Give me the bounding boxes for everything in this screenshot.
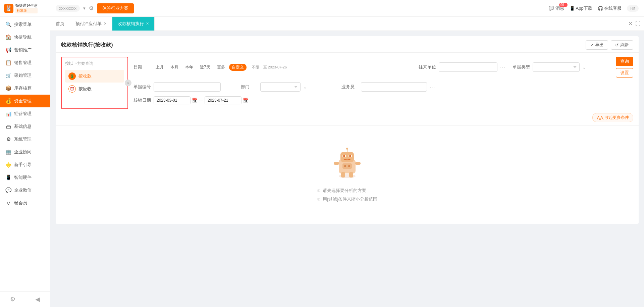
export-button[interactable]: ↗ 导出: [586, 40, 608, 50]
shortcut-last-month[interactable]: 上月: [153, 64, 166, 71]
collapse-more-button[interactable]: ⋀⋀ 收起更多条件: [592, 113, 633, 122]
verify-date-start-calendar[interactable]: 📅: [192, 98, 198, 103]
page-actions: ↗ 导出 ↺ 刷新: [586, 40, 633, 50]
shortcut-this-year[interactable]: 本年: [182, 64, 196, 71]
member-icon: V: [5, 200, 11, 206]
doc-num-label: 单据编号: [133, 84, 151, 90]
sidebar-item-search[interactable]: 🔍 搜索菜单: [0, 18, 50, 31]
date-label: 日期: [133, 64, 150, 70]
tab-close-all[interactable]: ✕: [628, 20, 633, 27]
sidebar-collapse-btn[interactable]: ◀: [33, 294, 43, 304]
main-content: xxxxxxxx ▾ ⚙ 休验行业方案 💬 消息 99+ 📱 App下载 🎧 在…: [50, 0, 644, 307]
doc-type-select[interactable]: [533, 62, 580, 72]
doc-type-dropdown[interactable]: ⌄: [582, 65, 587, 70]
sidebar-item-enterprise[interactable]: 🏢 企业协同: [0, 146, 50, 158]
shortcut-more[interactable]: 更多: [214, 64, 228, 71]
filter-panel: 按以下方案查询 💲 按收款 ⏰ 按应收 »: [56, 53, 639, 113]
shortcut-this-month[interactable]: 本月: [168, 64, 181, 71]
sales-icon: 📋: [5, 60, 11, 66]
shortcut-custom[interactable]: 自定义: [229, 64, 247, 71]
svg-point-14: [344, 165, 346, 167]
verify-date-end-input[interactable]: [205, 96, 241, 104]
tip-num-1: ①: [317, 189, 320, 193]
svg-rect-10: [349, 172, 353, 177]
sidebar-label-sales: 销售管理: [14, 60, 32, 66]
tip-text-1: 请先选择要分析的方案: [323, 188, 366, 193]
empty-state: ① 请先选择要分析的方案 ② 用[过滤]条件来缩小分析范围: [56, 126, 639, 224]
doc-num-input[interactable]: [154, 82, 221, 92]
staff-label: 业务员: [341, 84, 358, 90]
sidebar: 🐰 畅捷通好生意 标准版 🔍 搜索菜单🏠 快捷导航📢 营销推广📋 销售管理🛒 采…: [0, 0, 50, 307]
sidebar-label-operations: 经营管理: [14, 111, 32, 117]
receipt-icon: 💲: [68, 72, 76, 80]
sidebar-item-sales[interactable]: 📋 销售管理: [0, 56, 50, 69]
settings-button[interactable]: 设置: [616, 68, 633, 78]
date-separator: —: [199, 98, 203, 103]
gear-icon[interactable]: ⚙: [89, 5, 94, 11]
message-badge[interactable]: 💬 消息 99+: [549, 5, 564, 11]
date-limit: 至 2023-07-26: [263, 65, 287, 70]
verify-date-field: 核销日期 📅 — 📅: [133, 96, 633, 104]
solution-button[interactable]: 休验行业方案: [97, 3, 134, 13]
svg-point-12: [346, 148, 348, 150]
tab-receipt-verify[interactable]: 收款核销执行 ✕: [112, 17, 155, 31]
form-actions: 查询 设置: [606, 57, 633, 78]
shortcut-7days[interactable]: 近7天: [197, 64, 213, 71]
dropdown-arrow[interactable]: ▾: [83, 6, 86, 11]
sidebar-item-operations[interactable]: 📊 经营管理: [0, 107, 50, 120]
tip-text-2: 用[过滤]条件来缩小分析范围: [323, 197, 377, 202]
collapse-more-label: 收起更多条件: [605, 115, 629, 120]
sidebar-item-member[interactable]: V 畅会员: [0, 197, 50, 209]
sidebar-item-wechat[interactable]: 💬 企业微信: [0, 184, 50, 197]
dept-select[interactable]: [260, 82, 301, 92]
sidebar-settings-btn[interactable]: ⚙: [7, 294, 18, 304]
staff-field: 业务员 ···: [341, 82, 435, 92]
filter-option-by-receipt[interactable]: 💲 按收款: [65, 70, 124, 83]
sidebar-item-basics[interactable]: 🗃 基础信息: [0, 120, 50, 133]
search-icon: 🔍: [5, 21, 11, 28]
sidebar-label-inventory: 库存核算: [14, 85, 32, 91]
query-button[interactable]: 查询: [616, 57, 633, 66]
staff-more-dots[interactable]: ···: [430, 85, 435, 90]
filter-row-1: 日期 上月 本月 本年 近7天 更多 自定义 不限: [133, 57, 633, 78]
verify-date-start-input[interactable]: [154, 96, 191, 104]
sidebar-item-marketing[interactable]: 📢 营销推广: [0, 44, 50, 56]
unit-input[interactable]: [439, 62, 497, 72]
dept-dropdown[interactable]: ⌄: [303, 85, 308, 90]
filter-sidebar: 按以下方案查询 💲 按收款 ⏰ 按应收 »: [61, 57, 128, 109]
sidebar-label-basics: 基础信息: [14, 123, 32, 130]
svg-point-5: [343, 155, 345, 157]
refresh-button[interactable]: ↺ 刷新: [611, 40, 633, 50]
sidebar-item-inventory[interactable]: 📦 库存核算: [0, 82, 50, 95]
unit-label: 往来单位: [419, 64, 436, 70]
unit-more-dots[interactable]: ···: [500, 65, 506, 70]
sidebar-item-system[interactable]: ⚙ 系统管理: [0, 133, 50, 146]
sidebar-nav: 🔍 搜索菜单🏠 快捷导航📢 营销推广📋 销售管理🛒 采购管理📦 库存核算💰 资金…: [0, 17, 50, 291]
sidebar-item-guide[interactable]: 🌟 新手引导: [0, 158, 50, 171]
staff-input[interactable]: [361, 82, 427, 92]
tab-prepay[interactable]: 预付冲应付单 ✕: [70, 17, 112, 31]
tab-home[interactable]: 首页: [50, 17, 70, 31]
top-header: xxxxxxxx ▾ ⚙ 休验行业方案 💬 消息 99+ 📱 App下载 🎧 在…: [50, 0, 644, 17]
filter-option-by-receivable[interactable]: ⏰ 按应收: [65, 83, 124, 95]
guide-icon: 🌟: [5, 162, 11, 168]
sidebar-item-quick-nav[interactable]: 🏠 快捷导航: [0, 31, 50, 44]
tab-prepay-close[interactable]: ✕: [104, 21, 107, 26]
verify-date-end-calendar[interactable]: 📅: [243, 98, 249, 103]
sidebar-collapse-arrow[interactable]: »: [125, 80, 131, 86]
online-service[interactable]: 🎧 在线客服: [598, 5, 622, 11]
sidebar-item-hardware[interactable]: 📱 智能硬件: [0, 171, 50, 184]
sidebar-label-member: 畅会员: [14, 200, 27, 206]
svg-rect-8: [355, 162, 361, 165]
doc-num-field: 单据编号: [133, 82, 234, 92]
sidebar-item-purchase[interactable]: 🛒 采购管理: [0, 69, 50, 82]
user-name[interactable]: Rit: [627, 5, 639, 12]
sidebar-label-enterprise: 企业协同: [14, 149, 32, 155]
svg-rect-7: [334, 162, 339, 165]
tab-receipt-verify-close[interactable]: ✕: [146, 21, 149, 26]
app-download[interactable]: 📱 App下载: [570, 5, 592, 11]
tab-expand[interactable]: ⛶: [635, 21, 641, 27]
sidebar-bottom: ⚙ ◀: [0, 291, 50, 307]
svg-rect-9: [341, 172, 345, 177]
sidebar-item-finance[interactable]: 💰 资金管理: [0, 95, 50, 107]
